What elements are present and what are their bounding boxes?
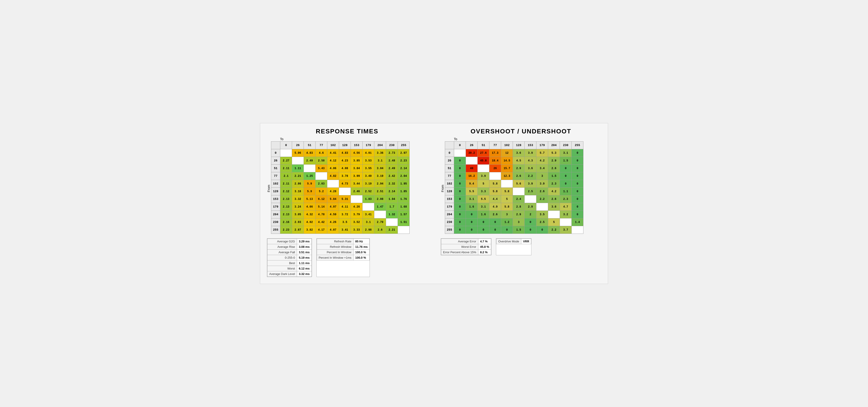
- heatmap-cell: 0: [572, 203, 583, 211]
- heatmap-cell: 5.8: [489, 180, 501, 188]
- heatmap-cell: 2.51: [374, 188, 386, 195]
- overdrive-mode-label: Overdrive Mode: [496, 239, 521, 244]
- col-header: 0: [454, 142, 466, 149]
- heatmap-cell: 5.2: [315, 188, 327, 195]
- heatmap-cell: 16.2: [466, 172, 477, 180]
- avg-rise-value: 3.08 ms: [297, 244, 311, 250]
- heatmap-cell: 3.9: [525, 149, 536, 157]
- heatmap-cell: 4.83: [339, 149, 351, 157]
- error-above-label: Error Percent Above 15%: [441, 250, 478, 255]
- heatmap-cell: 5.3: [548, 149, 560, 157]
- heatmap-cell: 4.6: [315, 149, 327, 157]
- heatmap-cell: 4.66: [304, 203, 315, 211]
- heatmap-cell: 4.7: [560, 203, 572, 211]
- heatmap-cell: 0: [454, 172, 466, 180]
- heatmap-cell: [304, 165, 315, 172]
- table-row: Refresh Rate 85 Hz: [317, 239, 370, 244]
- row-header: 230: [271, 218, 280, 226]
- heatmap-cell: 3.44: [351, 180, 363, 188]
- heatmap-cell: 5.14: [315, 203, 327, 211]
- heatmap-cell: 1.51: [398, 218, 410, 226]
- row-header: 102: [271, 180, 280, 188]
- heatmap-cell: 0: [572, 172, 583, 180]
- table-row: Average Error 4.7 %: [441, 239, 491, 244]
- heatmap-cell: 0: [560, 180, 572, 188]
- heatmap-cell: 2.13: [280, 211, 292, 218]
- heatmap-cell: 3.52: [351, 218, 363, 226]
- heatmap-cell: [363, 203, 374, 211]
- heatmap-cell: 4.42: [315, 218, 327, 226]
- heatmap-cell: 4.78: [315, 211, 327, 218]
- heatmap-cell: 3.7: [560, 226, 572, 234]
- heatmap-cell: 18.4: [489, 157, 501, 165]
- row-header: 153: [271, 195, 280, 203]
- heatmap-cell: 2.94: [374, 180, 386, 188]
- heatmap-cell: 4.08: [339, 165, 351, 172]
- heatmap-cell: 4.59: [327, 211, 339, 218]
- heatmap-cell: 40: [466, 165, 477, 172]
- heatmap-cell: 1.85: [398, 188, 410, 195]
- heatmap-cell: 2.9: [525, 203, 536, 211]
- heatmap-cell: 5.31: [339, 195, 351, 203]
- heatmap-cell: 0: [560, 172, 572, 180]
- heatmap-cell: 2.8: [513, 203, 525, 211]
- heatmap-cell: 2.11: [280, 165, 292, 172]
- zero-255-value: 5.19 ms: [297, 255, 311, 260]
- heatmap-cell: [489, 172, 501, 180]
- heatmap-cell: 1.5: [513, 226, 525, 234]
- heatmap-cell: 2.4: [513, 195, 525, 203]
- heatmap-cell: 4.17: [315, 226, 327, 234]
- heatmap-cell: 2.87: [292, 226, 304, 234]
- table-row: Worst 6.12 ms: [268, 266, 312, 271]
- table-row: Error Percent Above 15% 8.2 %: [441, 250, 491, 255]
- heatmap-cell: [374, 211, 386, 218]
- best-label: Best: [268, 260, 297, 266]
- heatmap-cell: 2.3: [548, 180, 560, 188]
- row-header: 128: [445, 188, 454, 195]
- best-value: 1.11 ms: [297, 260, 311, 266]
- heatmap-cell: 2.2: [548, 226, 560, 234]
- col-header: 179: [536, 142, 548, 149]
- heatmap-cell: 2.21: [292, 172, 304, 180]
- heatmap-cell: 5.8: [501, 188, 513, 195]
- avg-g2g-label: Average G2G: [268, 239, 297, 244]
- heatmap-cell: 2.21: [386, 226, 398, 234]
- heatmap-cell: 3.84: [351, 165, 363, 172]
- heatmap-cell: 5.84: [327, 195, 339, 203]
- heatmap-cell: 5: [477, 180, 489, 188]
- heatmap-cell: 4.5: [513, 157, 525, 165]
- row-header: 204: [445, 211, 454, 218]
- heatmap-cell: 4.41: [327, 149, 339, 157]
- heatmap-cell: 2.2: [536, 195, 548, 203]
- col-header: 128: [339, 142, 351, 149]
- heatmap-cell: 5.5: [466, 188, 477, 195]
- table-row: Average Dark Level 3.32 ms: [268, 271, 312, 277]
- refresh-rate-label: Refresh Rate: [317, 239, 353, 244]
- table-row: Refresh Window 11.76 ms: [317, 244, 370, 250]
- heatmap-cell: 3.1: [363, 218, 374, 226]
- heatmap-cell: 0: [454, 188, 466, 195]
- heatmap-cell: 3.05: [292, 211, 304, 218]
- heatmap-cell: 3.6: [548, 203, 560, 211]
- heatmap-cell: 2.73: [386, 149, 398, 157]
- heatmap-cell: 0: [466, 211, 477, 218]
- heatmap-cell: 1.11: [292, 165, 304, 172]
- table-row: Percent In Window +1ms 100.0 %: [317, 255, 370, 260]
- heatmap-cell: 3.19: [374, 172, 386, 180]
- avg-dark-value: 3.32 ms: [297, 271, 311, 277]
- heatmap-cell: 2.2: [525, 172, 536, 180]
- heatmap-cell: 0: [536, 226, 548, 234]
- heatmap-cell: 2.3: [560, 195, 572, 203]
- row-header: 0: [445, 149, 454, 157]
- heatmap-cell: 4.73: [339, 180, 351, 188]
- heatmap-cell: 3.79: [351, 211, 363, 218]
- heatmap-cell: 3.32: [292, 195, 304, 203]
- col-header: 179: [363, 142, 374, 149]
- heatmap-cell: [398, 226, 410, 234]
- heatmap-cell: 1.2: [501, 218, 513, 226]
- heatmap-cell: 3.4: [536, 165, 548, 172]
- heatmap-cell: 4.4: [489, 195, 501, 203]
- heatmap-cell: 2.58: [315, 157, 327, 165]
- heatmap-cell: 2.6: [548, 165, 560, 172]
- refresh-rate-value: 85 Hz: [353, 239, 370, 244]
